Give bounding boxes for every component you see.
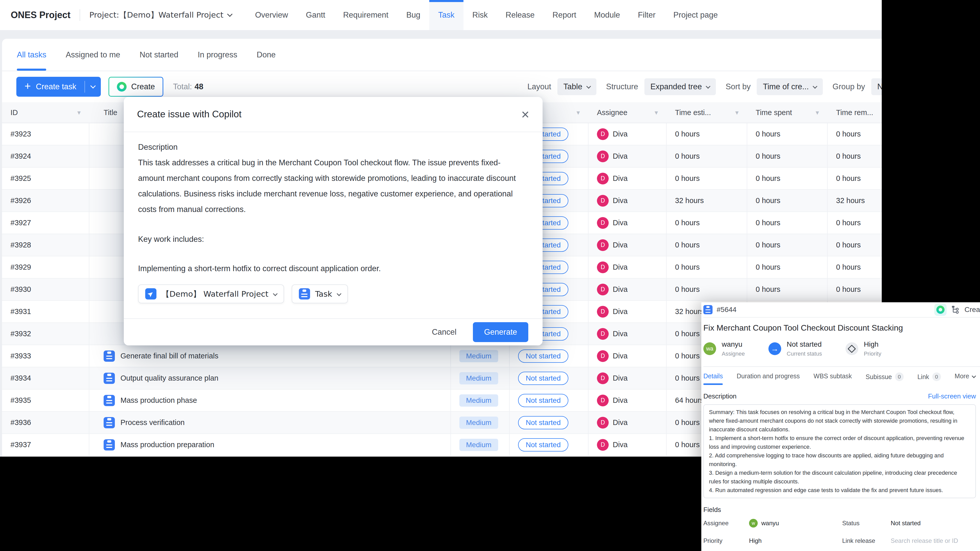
cell-status: Not started <box>510 367 589 389</box>
modal-footer: Cancel Generate <box>124 318 542 345</box>
nav-tab-bug[interactable]: Bug <box>397 0 429 30</box>
nav-tab-report[interactable]: Report <box>544 0 585 30</box>
subtab-not-started[interactable]: Not started <box>140 39 178 71</box>
sort-icon[interactable]: ▾ <box>576 109 580 117</box>
task-icon <box>103 439 115 451</box>
cell-id: #3934 <box>2 367 89 389</box>
avatar: wa <box>703 342 716 355</box>
status-badge[interactable]: Not started <box>518 438 568 451</box>
priority-attribute[interactable]: High Priority <box>845 340 881 357</box>
close-icon[interactable]: × <box>521 107 529 121</box>
copilot-create-button[interactable]: Create <box>108 77 163 97</box>
panel-tab-link[interactable]: Link0 <box>918 372 941 386</box>
sort-icon[interactable]: ▾ <box>77 109 81 117</box>
create-action-label[interactable]: Crea <box>964 306 980 314</box>
control-value: Expanded tree <box>651 82 702 91</box>
priority-value: High <box>864 340 881 348</box>
description-text[interactable]: Summary: This task focuses on resolving … <box>703 404 976 498</box>
nav-tab-filter[interactable]: Filter <box>629 0 665 30</box>
cell-time-remaining: 0 hours <box>828 123 882 145</box>
control-sort-by[interactable]: Time of cre... <box>757 78 823 95</box>
header-time-rem[interactable]: Time rem... <box>828 102 882 123</box>
priority-badge[interactable]: Medium <box>460 372 498 384</box>
priority-badge[interactable]: Medium <box>460 416 498 429</box>
nav-tab-module[interactable]: Module <box>585 0 629 30</box>
generate-button[interactable]: Generate <box>473 322 528 342</box>
panel-tab-details[interactable]: Details <box>703 372 723 385</box>
status-attribute[interactable]: → Not started Current status <box>768 340 822 357</box>
nav-tab-task[interactable]: Task <box>429 0 463 30</box>
subtab-assigned-to-me[interactable]: Assigned to me <box>65 39 120 71</box>
chevron-down-icon <box>813 84 817 89</box>
avatar: D <box>597 350 609 362</box>
fullscreen-view-link[interactable]: Full-screen view <box>928 392 976 400</box>
status-badge[interactable]: Not started <box>518 372 568 385</box>
divider <box>703 317 980 318</box>
status-badge[interactable]: Not started <box>518 416 568 429</box>
chevron-down-icon <box>972 374 976 378</box>
avatar: D <box>597 151 609 162</box>
create-task-button[interactable]: + Create task <box>16 77 101 97</box>
field-priority-value[interactable]: High <box>749 537 842 545</box>
cell-id: #3930 <box>2 279 89 300</box>
cell-status: Not started <box>510 434 589 456</box>
count-badge: 0 <box>895 372 904 381</box>
priority-badge[interactable]: Medium <box>460 394 498 407</box>
sort-icon[interactable]: ▾ <box>655 109 658 117</box>
priority-badge[interactable]: Medium <box>460 439 498 451</box>
field-status-value[interactable]: Not started <box>891 519 980 527</box>
panel-tab-duration-and-progress[interactable]: Duration and progress <box>737 372 800 385</box>
copilot-button[interactable] <box>934 303 947 316</box>
avatar: D <box>597 217 609 229</box>
panel-tab-more[interactable]: More <box>955 372 975 385</box>
control-layout[interactable]: Table <box>557 78 597 95</box>
priority-badge[interactable]: Medium <box>460 350 498 362</box>
chevron-down-icon <box>273 291 277 296</box>
project-chip[interactable]: 【Demo】 Waterfall Project <box>138 284 284 303</box>
assignee-attribute[interactable]: wa wanyu Assignee <box>703 340 745 357</box>
nav-tab-requirement[interactable]: Requirement <box>334 0 397 30</box>
nav-tab-gantt[interactable]: Gantt <box>297 0 334 30</box>
cell-title: Mass production preparation <box>89 434 451 456</box>
cell-time-estimated: 0 hours <box>667 212 747 233</box>
subtab-all-tasks[interactable]: All tasks <box>17 39 46 71</box>
cell-time-spent: 0 hours <box>747 256 828 278</box>
cancel-button[interactable]: Cancel <box>432 327 457 337</box>
avatar: D <box>597 306 609 318</box>
subtab-in-progress[interactable]: In progress <box>198 39 237 71</box>
project-selector-label: Project:【Demo】Waterfall Project <box>89 10 223 21</box>
task-icon <box>103 373 115 384</box>
sort-icon[interactable]: ▾ <box>816 109 819 117</box>
status-badge[interactable]: Not started <box>518 394 568 407</box>
control-structure[interactable]: Expanded tree <box>644 78 716 95</box>
avatar: D <box>597 439 609 451</box>
cell-assignee: DDiva <box>589 279 667 300</box>
subtab-done[interactable]: Done <box>257 39 275 71</box>
control-label-group-by: Group by <box>832 82 865 91</box>
control-label-layout: Layout <box>528 82 551 91</box>
header-time-esti[interactable]: Time esti...▾ <box>667 102 747 123</box>
create-task-dropdown[interactable] <box>85 77 101 97</box>
cell-id: #3926 <box>2 190 89 211</box>
header-assignee[interactable]: Assignee▾ <box>589 102 667 123</box>
project-selector[interactable]: Project:【Demo】Waterfall Project <box>89 10 232 21</box>
avatar: D <box>597 395 609 407</box>
total-value: 48 <box>194 82 203 91</box>
nav-tab-overview[interactable]: Overview <box>246 0 297 30</box>
cell-time-estimated: 0 hours <box>667 145 747 167</box>
issue-type-chip[interactable]: Task <box>292 284 348 303</box>
panel-tab-subissue[interactable]: Subissue0 <box>865 372 904 386</box>
cell-status: Not started <box>510 345 589 367</box>
field-assignee-value[interactable]: w wanyu <box>749 519 842 527</box>
status-badge[interactable]: Not started <box>518 349 568 363</box>
sort-icon[interactable]: ▾ <box>735 109 738 117</box>
avatar: D <box>597 328 609 340</box>
nav-tab-risk[interactable]: Risk <box>463 0 496 30</box>
nav-tab-project-page[interactable]: Project page <box>664 0 727 30</box>
control-group-by[interactable]: N <box>871 78 882 95</box>
panel-tab-wbs-subtask[interactable]: WBS subtask <box>814 372 852 385</box>
link-release-input[interactable]: Search release title or ID <box>891 537 980 545</box>
nav-tab-release[interactable]: Release <box>496 0 544 30</box>
header-time-spent[interactable]: Time spent▾ <box>747 102 828 123</box>
header-id[interactable]: ID▾ <box>2 102 89 123</box>
